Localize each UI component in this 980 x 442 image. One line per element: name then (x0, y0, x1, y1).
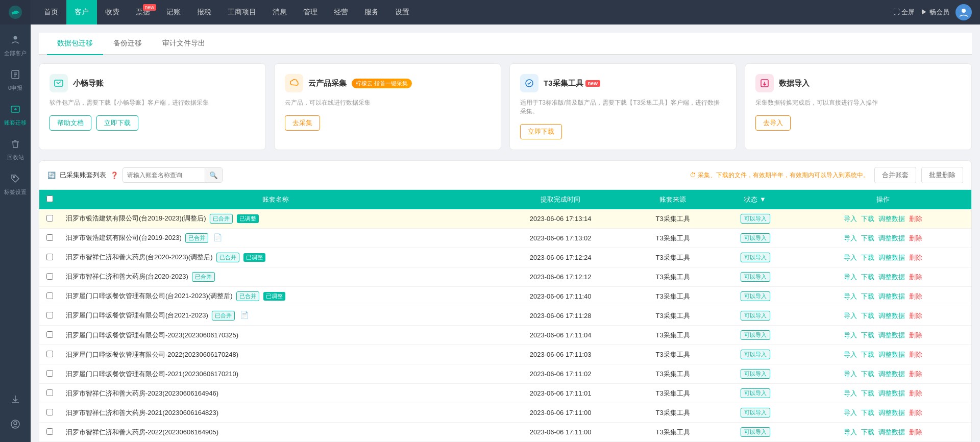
nav-item-operation[interactable]: 经营 (326, 0, 356, 24)
action-删除[interactable]: 删除 (909, 312, 922, 320)
nav-item-fee[interactable]: 收费 (97, 0, 128, 24)
tab-data-migrate[interactable]: 数据包迁移 (47, 33, 103, 55)
action-调整数据[interactable]: 调整数据 (878, 428, 905, 436)
action-导入[interactable]: 导入 (844, 370, 857, 378)
search-button[interactable]: 🔍 (205, 168, 222, 182)
row-checkbox-5[interactable] (46, 292, 53, 299)
action-下载[interactable]: 下载 (861, 312, 874, 320)
action-删除[interactable]: 删除 (909, 273, 922, 281)
action-导入[interactable]: 导入 (844, 234, 857, 242)
row-checkbox-1[interactable] (46, 215, 53, 222)
row-checkbox-6[interactable] (46, 312, 53, 318)
row-checkbox-8[interactable] (46, 351, 53, 357)
row-checkbox-4[interactable] (46, 273, 53, 280)
nav-item-invoice[interactable]: 票据new (128, 0, 158, 24)
t3-download-button[interactable]: 立即下载 (520, 124, 562, 139)
action-调整数据[interactable]: 调整数据 (878, 409, 905, 416)
batch-delete-button[interactable]: 批量删除 (921, 167, 963, 183)
action-导入[interactable]: 导入 (844, 331, 857, 339)
action-下载[interactable]: 下载 (861, 351, 874, 358)
sidebar-item-tag-settings[interactable]: 标签设置 (0, 168, 31, 201)
extract-time: 2023-06-06 17:12:24 (492, 248, 629, 267)
action-调整数据[interactable]: 调整数据 (878, 331, 905, 339)
action-下载[interactable]: 下载 (861, 409, 874, 416)
action-导入[interactable]: 导入 (844, 215, 857, 223)
go-import-button[interactable]: 去导入 (755, 115, 791, 131)
sidebar-item-all-customers[interactable]: 全部客户 (0, 30, 31, 62)
go-collect-button[interactable]: 去采集 (285, 115, 320, 131)
action-导入[interactable]: 导入 (844, 254, 857, 261)
nav-item-message[interactable]: 消息 (264, 0, 295, 24)
action-调整数据[interactable]: 调整数据 (878, 215, 905, 223)
nav-item-settings[interactable]: 设置 (387, 0, 418, 24)
action-删除[interactable]: 删除 (909, 370, 922, 378)
action-删除[interactable]: 删除 (909, 351, 922, 358)
search-input[interactable] (123, 171, 205, 179)
row-checkbox-11[interactable] (46, 409, 53, 415)
fullscreen-button[interactable]: ⛶ 全屏 (893, 8, 915, 17)
action-调整数据[interactable]: 调整数据 (878, 370, 905, 378)
action-下载[interactable]: 下载 (861, 273, 874, 281)
help-icon[interactable]: ❓ (110, 171, 118, 179)
nav-item-tax[interactable]: 报税 (189, 0, 219, 24)
download-now-button[interactable]: 立即下载 (96, 115, 138, 131)
user-avatar[interactable] (955, 4, 972, 20)
logo[interactable] (0, 0, 31, 24)
action-调整数据[interactable]: 调整数据 (878, 312, 905, 320)
select-all-checkbox[interactable] (46, 195, 53, 202)
tab-backup-migrate[interactable]: 备份迁移 (103, 33, 152, 55)
action-删除[interactable]: 删除 (909, 234, 922, 242)
action-删除[interactable]: 删除 (909, 254, 922, 261)
action-调整数据[interactable]: 调整数据 (878, 234, 905, 242)
action-调整数据[interactable]: 调整数据 (878, 351, 905, 358)
nav-item-service[interactable]: 服务 (356, 0, 387, 24)
action-下载[interactable]: 下载 (861, 292, 874, 300)
nav-item-bookkeeping[interactable]: 记账 (158, 0, 189, 24)
sidebar-item-migrate[interactable]: 账套迁移 (0, 99, 31, 132)
merge-accounts-button[interactable]: 合并账套 (874, 167, 916, 183)
action-调整数据[interactable]: 调整数据 (878, 254, 905, 261)
action-下载[interactable]: 下载 (861, 215, 874, 223)
action-下载[interactable]: 下载 (861, 428, 874, 436)
help-doc-button[interactable]: 帮助文档 (50, 115, 91, 131)
action-删除[interactable]: 删除 (909, 331, 922, 339)
member-button[interactable]: ▶ 畅会员 (921, 8, 949, 17)
action-删除[interactable]: 删除 (909, 215, 922, 223)
action-下载[interactable]: 下载 (861, 234, 874, 242)
sidebar-item-recycle[interactable]: 回收站 (0, 134, 31, 166)
action-下载[interactable]: 下载 (861, 370, 874, 378)
action-调整数据[interactable]: 调整数据 (878, 273, 905, 281)
action-下载[interactable]: 下载 (861, 389, 874, 397)
nav-item-management[interactable]: 管理 (295, 0, 326, 24)
nav-item-customer[interactable]: 客户 (66, 0, 97, 24)
row-checkbox-10[interactable] (46, 389, 53, 396)
action-导入[interactable]: 导入 (844, 292, 857, 300)
tab-audit-export[interactable]: 审计文件导出 (152, 33, 215, 55)
row-checkbox-12[interactable] (46, 428, 53, 435)
action-导入[interactable]: 导入 (844, 428, 857, 436)
refresh-icon[interactable]: 🔄 (47, 171, 56, 179)
row-checkbox-3[interactable] (46, 254, 53, 260)
action-下载[interactable]: 下载 (861, 254, 874, 261)
action-导入[interactable]: 导入 (844, 389, 857, 397)
row-checkbox-9[interactable] (46, 370, 53, 377)
action-删除[interactable]: 删除 (909, 409, 922, 416)
action-导入[interactable]: 导入 (844, 273, 857, 281)
action-下载[interactable]: 下载 (861, 331, 874, 339)
row-checkbox-2[interactable] (46, 234, 53, 241)
action-导入[interactable]: 导入 (844, 312, 857, 320)
action-删除[interactable]: 删除 (909, 292, 922, 300)
action-删除[interactable]: 删除 (909, 389, 922, 397)
action-调整数据[interactable]: 调整数据 (878, 389, 905, 397)
action-删除[interactable]: 删除 (909, 428, 922, 436)
row-checkbox-7[interactable] (46, 331, 53, 338)
action-导入[interactable]: 导入 (844, 351, 857, 358)
action-调整数据[interactable]: 调整数据 (878, 292, 905, 300)
sidebar-item-zero-declaration[interactable]: 0申报 (0, 64, 31, 97)
sidebar-item-user-settings[interactable] (0, 414, 31, 437)
nav-item-home[interactable]: 首页 (36, 0, 66, 24)
action-导入[interactable]: 导入 (844, 409, 857, 416)
th-status[interactable]: 状态 ▼ (716, 190, 794, 209)
sidebar-item-download[interactable] (0, 389, 31, 412)
nav-item-business[interactable]: 工商项目 (219, 0, 264, 24)
